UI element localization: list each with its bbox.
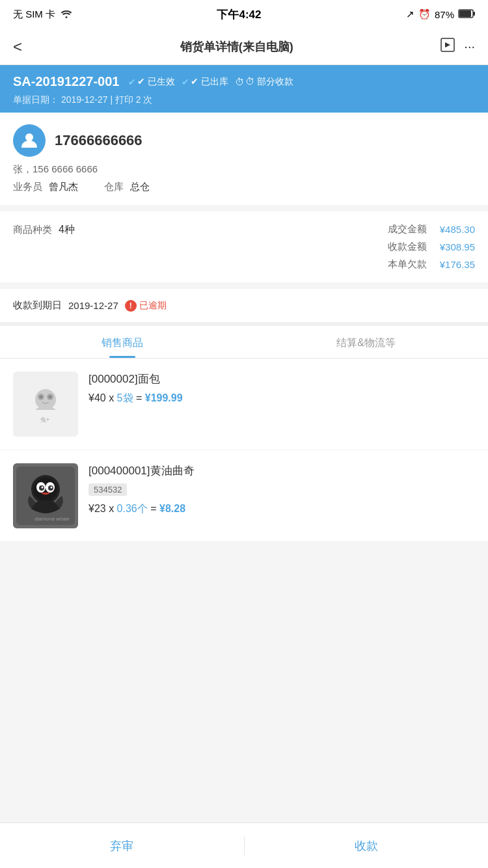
customer-meta: 业务员 曾凡杰 仓库 总仓: [13, 181, 475, 193]
received-value: ¥308.95: [440, 241, 475, 252]
product-sku-2: 534532: [88, 483, 127, 496]
product-name-2: [000400001]黄油曲奇: [88, 463, 475, 478]
order-id: SA-20191227-001: [13, 74, 119, 89]
price-total-1: ¥199.99: [145, 392, 183, 403]
warehouse-value: 总仓: [130, 181, 150, 193]
warehouse-item: 仓库 总仓: [104, 181, 150, 193]
svg-text:兔+: 兔+: [40, 416, 49, 423]
summary-right: 成交金额 ¥485.30 收款金额 ¥308.95 本单欠款 ¥176.35: [388, 223, 475, 271]
price-total-2: ¥8.28: [159, 503, 185, 514]
avatar: [13, 124, 46, 157]
summary-section: 商品种类 4种 成交金额 ¥485.30 收款金额 ¥308.95 本单欠款 ¥…: [0, 211, 488, 282]
product-list: 兔+ [0000002]面包 ¥40 x 5袋 = ¥199.99: [0, 359, 488, 542]
product-price-1: ¥40 x 5袋 = ¥199.99: [88, 392, 475, 405]
deal-amount-row: 成交金额 ¥485.30: [388, 223, 475, 236]
nav-bar: < 销货单详情(来自电脑) ···: [0, 29, 488, 65]
badge-partial-label: ⏱ 部分收款: [245, 76, 293, 88]
svg-point-19: [51, 487, 53, 489]
wifi-icon: [61, 9, 72, 20]
customer-section: 17666666666 张，156 6666 6666 业务员 曾凡杰 仓库 总…: [0, 113, 488, 205]
warehouse-label: 仓库: [104, 181, 124, 193]
confirm-button[interactable]: 收款: [245, 823, 489, 868]
price-unit-2: ¥23: [88, 503, 106, 514]
received-row: 收款金额 ¥308.95: [388, 241, 475, 253]
tabs: 销售商品 结算&物流等: [0, 326, 488, 359]
status-bar: 无 SIM 卡 下午4:42 ↗ ⏰ 87%: [0, 0, 488, 29]
price-qty-1: 5袋: [117, 392, 133, 403]
alarm-icon: ⏰: [418, 8, 431, 20]
date-value: 2019-12-27: [61, 94, 108, 105]
badge-shipped: ✔ ✔ 已出库: [182, 76, 228, 88]
product-name-1: [0000002]面包: [88, 372, 475, 387]
order-date: 单据日期： 2019-12-27 | 打印 2 次: [13, 94, 475, 106]
due-label: 收款到期日: [13, 299, 62, 312]
overdue-label: 已逾期: [139, 300, 167, 312]
status-badges: ✔ ✔ 已生效 ✔ ✔ 已出库 ⏱ ⏱ 部分收款: [128, 76, 293, 88]
badge-partial-payment: ⏱ ⏱ 部分收款: [235, 76, 293, 88]
product-thumb-2: diamond whale: [13, 463, 78, 528]
category-label: 商品种类: [13, 224, 52, 236]
order-header-row1: SA-20191227-001 ✔ ✔ 已生效 ✔ ✔ 已出库 ⏱ ⏱ 部分收款: [13, 74, 475, 89]
due-section: 收款到期日 2019-12-27 ! 已逾期: [0, 289, 488, 326]
customer-sub: 张，156 6666 6666: [13, 163, 475, 176]
customer-id: 17666666666: [55, 132, 142, 149]
tab-products[interactable]: 销售商品: [0, 326, 244, 358]
badge-effective-label: ✔ 已生效: [137, 76, 175, 88]
clock-icon: ⏱: [235, 77, 244, 87]
table-row: 兔+ [0000002]面包 ¥40 x 5袋 = ¥199.99: [0, 359, 488, 450]
deal-amount-label: 成交金额: [388, 223, 427, 236]
summary-left: 商品种类 4种: [13, 223, 75, 237]
tab-products-label: 销售商品: [102, 337, 143, 348]
svg-point-9: [49, 396, 52, 399]
product-info-2: [000400001]黄油曲奇 534532 ¥23 x 0.36个 = ¥8.…: [88, 463, 475, 516]
svg-point-4: [25, 133, 33, 141]
category-value: 4种: [59, 223, 75, 237]
owed-row: 本单欠款 ¥176.35: [388, 258, 475, 271]
svg-point-8: [40, 396, 43, 399]
category-row: 商品种类 4种: [13, 223, 75, 237]
received-label: 收款金额: [388, 241, 427, 253]
battery-icon: [458, 9, 475, 20]
customer-row: 17666666666: [13, 124, 475, 157]
owed-value: ¥176.35: [440, 259, 475, 270]
tab-settlement-label: 结算&物流等: [336, 337, 396, 348]
tab-settlement[interactable]: 结算&物流等: [244, 326, 488, 358]
print-info: | 打印 2 次: [110, 94, 152, 105]
price-eq-1: =: [136, 392, 145, 403]
status-time: 下午4:42: [217, 7, 261, 22]
product-price-2: ¥23 x 0.36个 = ¥8.28: [88, 502, 475, 516]
cancel-label: 弃审: [110, 838, 133, 854]
date-label: 单据日期：: [13, 94, 59, 105]
svg-rect-1: [473, 12, 475, 16]
price-unit-1: ¥40: [88, 392, 106, 403]
check-icon-1: ✔: [128, 77, 136, 87]
table-row: diamond whale [000400001]黄油曲奇 534532 ¥23…: [0, 450, 488, 542]
more-icon[interactable]: ···: [464, 39, 475, 54]
price-x-1: x: [109, 392, 116, 403]
carrier-text: 无 SIM 卡: [13, 8, 55, 21]
check-icon-2: ✔: [182, 77, 189, 87]
due-date-value: 2019-12-27: [68, 300, 118, 311]
battery-text: 87%: [435, 9, 454, 20]
status-right: ↗ ⏰ 87%: [406, 8, 475, 20]
share-icon[interactable]: [441, 38, 455, 55]
confirm-label: 收款: [355, 838, 378, 854]
cancel-button[interactable]: 弃审: [0, 823, 244, 868]
order-header: SA-20191227-001 ✔ ✔ 已生效 ✔ ✔ 已出库 ⏱ ⏱ 部分收款…: [0, 65, 488, 113]
salesperson-item: 业务员 曾凡杰: [13, 181, 78, 193]
nav-title: 销货单详情(来自电脑): [33, 39, 441, 55]
salesperson-label: 业务员: [13, 181, 42, 193]
product-info-1: [0000002]面包 ¥40 x 5袋 = ¥199.99: [88, 372, 475, 405]
svg-rect-2: [459, 10, 471, 17]
price-eq-2: =: [150, 503, 159, 514]
price-qty-2: 0.36个: [117, 503, 148, 514]
badge-effective: ✔ ✔ 已生效: [128, 76, 175, 88]
owed-label: 本单欠款: [388, 258, 427, 271]
back-button[interactable]: <: [13, 38, 22, 56]
price-x-2: x: [109, 503, 116, 514]
svg-point-18: [42, 487, 44, 489]
overdue-icon: !: [125, 300, 137, 312]
nav-actions: ···: [441, 38, 475, 55]
status-left: 无 SIM 卡: [13, 8, 72, 21]
svg-text:diamond whale: diamond whale: [34, 516, 70, 522]
